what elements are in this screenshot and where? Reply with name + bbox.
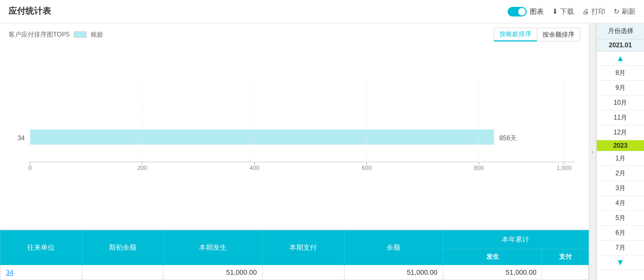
svg-text:200: 200 — [138, 165, 148, 171]
download-button[interactable]: ⬇ 下载 — [552, 7, 574, 16]
col-balance-header: 余额 — [344, 231, 443, 265]
chart-legend-box-label: 账龄 — [91, 30, 104, 39]
col-ytd-header: 本年累计 — [443, 231, 588, 249]
month-item[interactable]: 2023 — [597, 140, 644, 151]
ytd-pay-cell — [542, 265, 589, 280]
table-wrapper: 往来单位 期初余额 本期发生 本期支付 余额 本年累计 发生 支付 — [0, 230, 589, 280]
month-item[interactable]: 4月 — [597, 196, 644, 211]
chart-svg: 34 856天 0 200 400 600 800 — [8, 46, 580, 230]
chart-bar — [30, 130, 494, 145]
month-item[interactable]: 1月 — [597, 151, 644, 166]
chart-sort-buttons: 按账龄排序 按余额排序 — [494, 28, 580, 41]
refresh-button[interactable]: ↻ 刷新 — [614, 7, 636, 16]
svg-text:0: 0 — [29, 165, 32, 171]
chart-legend-label: 客户应付排序图TOP5 — [8, 30, 70, 39]
chart-toggle-label: 图表 — [530, 7, 544, 16]
table-section: 往来单位 期初余额 本期发生 本期支付 余额 本年累计 发生 支付 — [0, 230, 589, 280]
refresh-icon: ↻ — [614, 7, 620, 15]
print-label: 打印 — [591, 7, 605, 16]
sidebar-year-input[interactable]: 2021.01 — [597, 39, 644, 52]
month-item[interactable]: 2月 — [597, 166, 644, 181]
sidebar-header-label: 月份选择 — [597, 23, 644, 39]
month-item[interactable]: 3月 — [597, 181, 644, 196]
col-ytd-occur-header: 发生 — [443, 249, 542, 265]
col-ytd-pay-header: 支付 — [542, 249, 589, 265]
balance-cell: 51,000.00 — [344, 265, 443, 280]
download-icon: ⬇ — [552, 7, 558, 15]
month-item[interactable]: 9月 — [597, 81, 644, 96]
svg-text:400: 400 — [250, 165, 260, 171]
col-opening-header: 期初余额 — [82, 231, 164, 265]
table-row: 34 51,000.00 51,000.00 51,000.00 — [1, 265, 589, 280]
month-item[interactable]: 11月 — [597, 111, 644, 125]
unit-cell[interactable]: 34 — [1, 265, 82, 280]
download-label: 下载 — [560, 7, 574, 16]
print-icon: 🖨 — [582, 7, 589, 15]
month-item[interactable]: 12月 — [597, 125, 644, 140]
svg-text:856天: 856天 — [500, 134, 517, 142]
ytd-occur-cell: 51,000.00 — [443, 265, 542, 280]
sidebar-nav-down-button[interactable]: ▼ — [597, 256, 644, 270]
refresh-label: 刷新 — [622, 7, 636, 16]
current-pay-cell — [262, 265, 344, 280]
svg-text:34: 34 — [18, 134, 25, 142]
chart-toggle-wrap: 图表 — [508, 7, 544, 16]
month-item[interactable]: 7月 — [597, 241, 644, 256]
sidebar-toggle[interactable]: › — [589, 23, 596, 280]
svg-text:1,000: 1,000 — [557, 165, 572, 171]
header-actions: 图表 ⬇ 下载 🖨 打印 ↻ 刷新 — [508, 7, 636, 16]
col-current-pay-header: 本期支付 — [262, 231, 344, 265]
current-occur-cell: 51,000.00 — [164, 265, 262, 280]
data-table: 往来单位 期初余额 本期发生 本期支付 余额 本年累计 发生 支付 — [0, 230, 589, 280]
right-sidebar: 月份选择 2021.01 ▲ 8月9月10月11月12月20231月2月3月4月… — [596, 23, 644, 280]
sort-by-balance-button[interactable]: 按余额排序 — [537, 28, 580, 41]
svg-text:800: 800 — [474, 165, 484, 171]
svg-text:600: 600 — [362, 165, 372, 171]
opening-cell — [82, 265, 164, 280]
col-unit-header: 往来单位 — [1, 231, 82, 265]
chart-header: 客户应付排序图TOP5 账龄 按账龄排序 按余额排序 — [0, 23, 589, 46]
month-item[interactable]: 10月 — [597, 96, 644, 111]
month-item[interactable]: 5月 — [597, 211, 644, 226]
chart-legend: 客户应付排序图TOP5 账龄 — [8, 30, 104, 39]
sidebar-toggle-icon: › — [591, 148, 594, 156]
chart-area: 34 856天 0 200 400 600 800 — [0, 46, 589, 230]
month-list: 8月9月10月11月12月20231月2月3月4月5月6月7月 — [597, 66, 644, 256]
print-button[interactable]: 🖨 打印 — [582, 7, 605, 16]
month-item[interactable]: 8月 — [597, 66, 644, 81]
legend-box-icon — [74, 31, 87, 38]
chart-toggle[interactable] — [508, 7, 527, 16]
col-current-occur-header: 本期发生 — [164, 231, 262, 265]
sort-by-age-button[interactable]: 按账龄排序 — [494, 28, 537, 41]
month-item[interactable]: 6月 — [597, 226, 644, 241]
sidebar-nav-up-button[interactable]: ▲ — [597, 52, 644, 66]
page-title: 应付统计表 — [8, 6, 51, 17]
